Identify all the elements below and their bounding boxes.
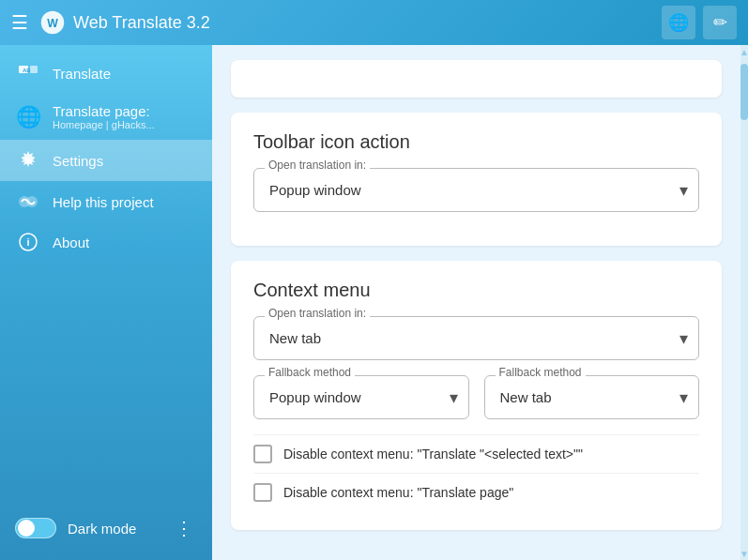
sidebar-item-settings[interactable]: Settings <box>0 140 212 181</box>
dark-mode-toggle[interactable] <box>15 518 56 538</box>
sidebar-item-about[interactable]: i About <box>0 222 212 262</box>
fallback-left-select[interactable]: Popup window New tab Current tab <box>253 375 469 419</box>
checkbox-row-1: Disable context menu: "Translate "<selec… <box>253 434 699 473</box>
checkbox-1[interactable] <box>253 445 272 463</box>
dark-mode-label: Dark mode <box>68 521 160 537</box>
sidebar-item-translate[interactable]: AB Translate <box>0 53 212 94</box>
fallback-methods-row: Fallback method Popup window New tab Cur… <box>253 375 699 419</box>
fallback-right-label: Fallback method <box>496 366 586 379</box>
sidebar-item-help[interactable]: Help this project <box>0 181 212 222</box>
translate-label: Translate <box>53 66 111 82</box>
toolbar-open-translation-label: Open translation in: <box>265 159 370 172</box>
context-select-wrapper: New tab Popup window Current tab ▾ <box>253 316 699 360</box>
sidebar: AB Translate 🌐 Translate page: Homepage … <box>0 45 212 560</box>
translate-icon: AB <box>15 62 41 84</box>
about-label: About <box>53 235 89 250</box>
about-icon: i <box>15 232 41 252</box>
context-open-translation-label: Open translation in: <box>265 307 370 320</box>
sidebar-bottom: Dark mode ⋮ <box>0 504 212 552</box>
app-logo: W <box>39 9 66 36</box>
svg-text:W: W <box>47 17 58 30</box>
settings-label: Settings <box>53 153 103 169</box>
app-title: Web Translate 3.2 <box>73 13 662 33</box>
header-actions: 🌐 ✏ <box>662 6 737 39</box>
toolbar-select-wrapper: Popup window New tab Current tab ▾ <box>253 168 699 212</box>
checkbox-1-label: Disable context menu: "Translate "<selec… <box>283 446 583 462</box>
fallback-right-select[interactable]: New tab Popup window Current tab <box>484 375 700 419</box>
content-area[interactable]: Toolbar icon action Open translation in:… <box>212 45 740 560</box>
help-label: Help this project <box>53 194 154 210</box>
toolbar-open-translation-select[interactable]: Popup window New tab Current tab <box>253 168 699 212</box>
settings-icon <box>15 149 41 172</box>
translate-page-icon: 🌐 <box>15 105 41 129</box>
help-icon <box>15 190 41 213</box>
checkbox-2-label: Disable context menu: "Translate page" <box>283 485 513 500</box>
toggle-thumb <box>18 520 35 537</box>
toolbar-section-title: Toolbar icon action <box>253 131 699 153</box>
scrollbar-thumb[interactable] <box>740 64 748 120</box>
header: ☰ W Web Translate 3.2 🌐 ✏ <box>0 0 748 45</box>
fallback-left-field: Fallback method Popup window New tab Cur… <box>253 375 469 419</box>
checkbox-row-2: Disable context menu: "Translate page" <box>253 473 699 511</box>
scrollbar-arrow-up[interactable]: ▲ <box>740 45 748 58</box>
scrollbar-arrow-down[interactable]: ▼ <box>740 547 748 560</box>
globe-button[interactable]: 🌐 <box>662 6 695 39</box>
top-partial-card <box>231 60 722 98</box>
main-layout: AB Translate 🌐 Translate page: Homepage … <box>0 45 748 560</box>
translate-page-label: Translate page: Homepage | gHacks... <box>53 103 155 130</box>
fallback-left-wrapper: Popup window New tab Current tab ▾ <box>253 375 469 419</box>
context-menu-section-title: Context menu <box>253 280 699 301</box>
fallback-right-field: Fallback method New tab Popup window Cur… <box>484 375 700 419</box>
toolbar-section-card: Toolbar icon action Open translation in:… <box>231 113 722 246</box>
context-menu-section-card: Context menu Open translation in: New ta… <box>231 261 722 530</box>
sidebar-item-translate-page[interactable]: 🌐 Translate page: Homepage | gHacks... <box>0 94 212 140</box>
fallback-left-label: Fallback method <box>265 366 355 379</box>
svg-text:i: i <box>26 236 29 248</box>
checkbox-2[interactable] <box>253 483 272 502</box>
toolbar-open-translation-field: Open translation in: Popup window New ta… <box>253 168 699 212</box>
svg-text:AB: AB <box>23 68 31 73</box>
edit-button[interactable]: ✏ <box>703 6 737 39</box>
fallback-right-wrapper: New tab Popup window Current tab ▾ <box>484 375 700 419</box>
context-open-translation-select[interactable]: New tab Popup window Current tab <box>253 316 699 360</box>
more-options-button[interactable]: ⋮ <box>171 513 197 543</box>
scrollbar-track: ▲ ▼ <box>740 45 748 560</box>
svg-rect-3 <box>30 66 38 73</box>
context-open-translation-field: Open translation in: New tab Popup windo… <box>253 316 699 360</box>
menu-icon[interactable]: ☰ <box>11 11 28 34</box>
